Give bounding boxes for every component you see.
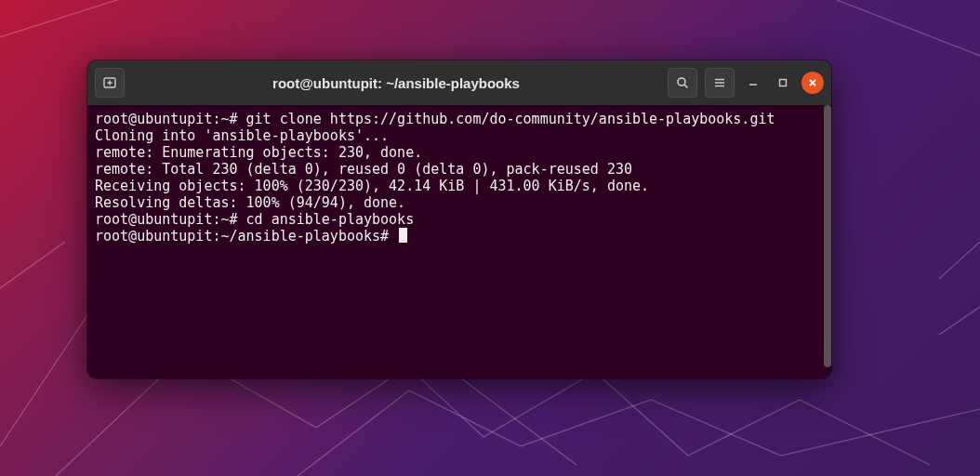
window-title: root@ubuntupit: ~/ansible-playbooks (125, 75, 668, 91)
cursor-icon (399, 228, 407, 243)
terminal-body[interactable]: root@ubuntupit:~# git clone https://gith… (87, 105, 831, 378)
terminal-line: Receiving objects: 100% (230/230), 42.14… (95, 178, 824, 194)
svg-line-4 (684, 85, 688, 88)
terminal-line: Resolving deltas: 100% (94/94), done. (95, 194, 824, 211)
maximize-button[interactable] (772, 72, 794, 94)
svg-rect-9 (780, 80, 787, 86)
terminal-window: root@ubuntupit: ~/ansible-playbooks (87, 60, 831, 378)
terminal-line: remote: Enumerating objects: 230, done. (95, 144, 824, 161)
terminal-prompt-text: root@ubuntupit:~/ansible-playbooks# (95, 228, 397, 245)
titlebar: root@ubuntupit: ~/ansible-playbooks (87, 60, 831, 105)
minimize-button[interactable] (742, 72, 764, 94)
terminal-line: Cloning into 'ansible-playbooks'... (95, 127, 824, 144)
scrollbar[interactable] (824, 105, 831, 367)
search-button[interactable] (668, 68, 697, 98)
terminal-prompt-line: root@ubuntupit:~/ansible-playbooks# (95, 228, 824, 245)
terminal-line: root@ubuntupit:~# git clone https://gith… (95, 111, 824, 127)
menu-button[interactable] (705, 68, 735, 98)
terminal-line: root@ubuntupit:~# cd ansible-playbooks (95, 211, 824, 228)
close-button[interactable] (801, 72, 824, 94)
svg-point-3 (678, 78, 685, 86)
terminal-line: remote: Total 230 (delta 0), reused 0 (d… (95, 161, 824, 178)
new-tab-button[interactable] (95, 68, 125, 98)
